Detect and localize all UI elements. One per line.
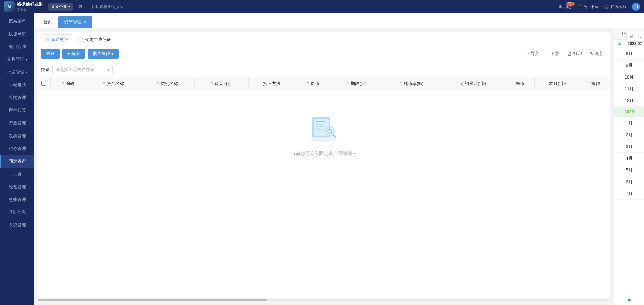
print-button[interactable]: 🖨 打印	[565, 49, 585, 58]
message-icon: ✉	[559, 4, 562, 9]
add-button[interactable]: + 新增	[62, 49, 85, 59]
select-all-checkbox[interactable]	[41, 81, 46, 86]
app-name: 畅捷通好业财	[17, 2, 43, 7]
app-download-label: App下载	[584, 4, 599, 10]
resize-panel-button[interactable]: ⤡	[636, 33, 643, 40]
month-item-3[interactable]: 3月	[614, 141, 644, 153]
demo-link[interactable]: ◎ 我要看实例演示	[91, 4, 123, 10]
sidebar-item-batch-management[interactable]: 批发管理 ▾	[0, 66, 34, 79]
refresh-button[interactable]: ↻ 刷新	[587, 49, 606, 58]
gear-icon[interactable]: ⚙	[78, 4, 83, 9]
sidebar-item-retail-management[interactable]: 零售管理 ▾	[0, 53, 34, 66]
month-item-7[interactable]: 7月	[614, 188, 644, 200]
batch-label: 批量操作	[93, 51, 110, 57]
col-original-value-label: 原值	[311, 81, 319, 86]
month-item-5[interactable]: 5月	[614, 164, 644, 176]
refresh-icon: ↻	[590, 51, 594, 56]
required-mark: *	[347, 81, 349, 86]
sidebar-label-business: 经营管理	[9, 184, 26, 190]
month-item-10[interactable]: 10月	[614, 71, 644, 83]
logo-icon-text: Ai	[8, 5, 11, 9]
sidebar-item-quick-nav[interactable]: 快捷导航	[0, 28, 34, 40]
required-mark: *	[157, 81, 159, 86]
horizontal-scrollbar[interactable]	[37, 298, 610, 302]
col-purchase-date: * 购买日期	[195, 77, 249, 90]
sidebar-label-general-ledger: 总账管理	[9, 197, 26, 203]
col-period-months-label: 期限(月)	[351, 81, 367, 86]
month-item-2[interactable]: 2月	[614, 129, 644, 141]
company-selector[interactable]: 某某企业 ▾	[48, 3, 73, 11]
download-icon-btn: ↓	[547, 51, 550, 56]
sidebar-item-search-menu[interactable]: 搜索菜单	[0, 15, 34, 28]
col-asset-name-label: 资产名称	[107, 81, 124, 86]
month-item-year-2023: 2023	[614, 107, 644, 117]
import-label: 导入	[531, 51, 539, 57]
service-icon: 🎧	[604, 4, 609, 9]
sidebar-item-project-contract[interactable]: 项目合同	[0, 40, 34, 53]
col-accumulated-depreciation: 期初累计折旧	[441, 77, 505, 90]
month-item-12[interactable]: 12月	[614, 95, 644, 107]
top-bar: Ai 畅捷通好业财 专业版 某某企业 ▾ ⚙ ◎ 我要看实例演示 ✉ 消息 99…	[0, 0, 644, 13]
add-label: + 新增	[67, 51, 80, 57]
month-item-8[interactable]: 8月	[614, 48, 644, 60]
top-bar-right: ✉ 消息 99+ 📱 App下载 🎧 在线客服 用	[559, 3, 640, 11]
reconcile-button[interactable]: 对账	[41, 49, 60, 59]
col-monthly-depreciation-label: 本月折旧	[549, 81, 567, 86]
svg-rect-5	[316, 126, 324, 127]
import-button[interactable]: ↑ 导入	[524, 49, 542, 58]
sidebar-item-fixed-assets[interactable]: 固定资产	[0, 155, 34, 168]
month-nav-down-icon[interactable]: ▼	[627, 298, 632, 304]
sub-tab-asset-detail[interactable]: ≡ 资产明细	[41, 34, 73, 45]
sidebar-label-quick-nav: 快捷导航	[9, 31, 26, 37]
download-button[interactable]: ↓ 下载	[545, 49, 562, 58]
expand-arrow-icon: ▾	[26, 58, 28, 61]
app-download-button[interactable]: 📱 App下载	[577, 4, 599, 10]
sub-tabs: ≡ 资产明细 📄 变更生成凭证	[37, 32, 610, 45]
month-item-11[interactable]: 11月	[614, 83, 644, 95]
panel-controls: ✕ ⤡	[626, 32, 644, 42]
sidebar-item-general-ledger[interactable]: 总账管理	[0, 193, 34, 206]
sidebar-item-tax-management[interactable]: 税务管理	[0, 142, 34, 155]
col-depreciation-method: 折旧方法	[248, 77, 295, 90]
sub-tab-change-voucher[interactable]: 📄 变更生成凭证	[74, 34, 115, 45]
sidebar-item-business-management[interactable]: 经营管理	[0, 181, 34, 193]
svg-rect-6	[316, 129, 322, 130]
col-category-name: * 类别名称	[141, 77, 195, 90]
month-item-4[interactable]: 4月	[614, 153, 644, 164]
batch-button[interactable]: 批量操作 ▾	[88, 49, 119, 59]
month-item-1[interactable]: 1月	[614, 117, 644, 129]
scrollbar-thumb[interactable]	[38, 299, 267, 301]
month-panel: 月份选择 ▲ 2022.07 8月 9月 10月 11月 12月 2023 1月…	[614, 28, 644, 305]
sidebar-label-batch-management: 批发管理	[7, 69, 24, 75]
sidebar-item-system-management[interactable]: 系统管理	[0, 219, 34, 232]
empty-state: 当前您还没有固定资产明细哦～	[37, 90, 610, 177]
tab-asset-management-label: 资产管理	[64, 19, 82, 25]
month-item-6[interactable]: 6月	[614, 176, 644, 188]
required-mark: *	[62, 81, 64, 86]
main-panel: ≡ 资产明细 📄 变更生成凭证 对账 + 新增	[37, 32, 610, 302]
tab-asset-management[interactable]: 资产管理 ✕	[58, 16, 92, 28]
col-residual-rate: * 残值率(%)	[382, 77, 441, 90]
month-nav-up-icon[interactable]: ▲	[616, 40, 623, 47]
category-filter-select[interactable]: 请选择固定资产类别 ▾	[52, 65, 113, 74]
sidebar-label-purchase: 采购管理	[9, 95, 26, 101]
tab-home[interactable]: 首页	[38, 16, 58, 28]
download-label: 下载	[551, 51, 559, 57]
close-panel-button[interactable]: ✕	[628, 33, 635, 40]
sidebar-item-inventory[interactable]: 库存核算	[0, 104, 34, 117]
avatar[interactable]: 用	[632, 3, 640, 11]
sidebar-label-system: 系统管理	[9, 222, 26, 228]
messages-button[interactable]: ✉ 消息 99+	[559, 4, 572, 10]
scrollbar-track[interactable]	[38, 299, 609, 301]
month-item-9[interactable]: 9月	[614, 60, 644, 71]
close-icon[interactable]: ✕	[84, 20, 87, 24]
sidebar-item-basic-info[interactable]: 基础信息	[0, 206, 34, 219]
sidebar-item-invoice-management[interactable]: 发票管理	[0, 130, 34, 142]
print-icon: 🖨	[568, 51, 572, 56]
svg-line-9	[333, 135, 336, 137]
sidebar-item-payroll[interactable]: 工资	[0, 168, 34, 181]
sidebar-item-purchase-management[interactable]: 采购管理	[0, 91, 34, 104]
sidebar-item-fund-management[interactable]: 资金管理	[0, 117, 34, 130]
sidebar-item-xiaochang-ecommerce[interactable]: 小畅电商	[0, 79, 34, 91]
online-service-button[interactable]: 🎧 在线客服	[604, 4, 627, 10]
